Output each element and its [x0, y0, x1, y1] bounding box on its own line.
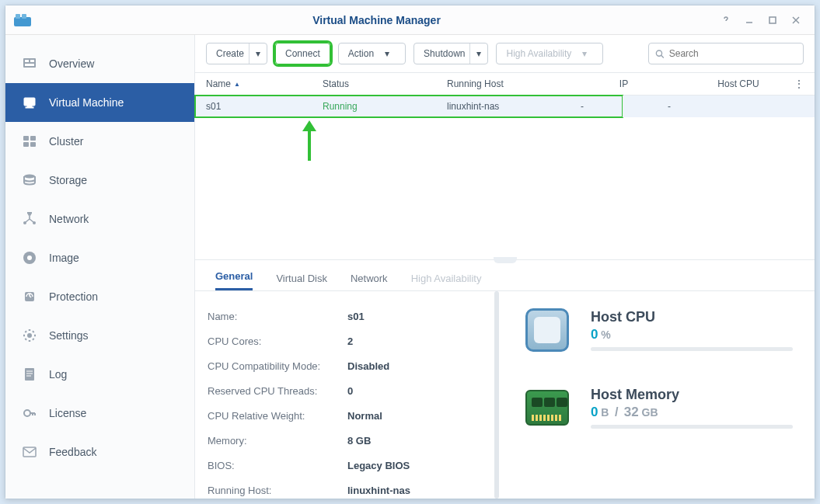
sidebar-item-virtual-machine[interactable]: Virtual Machine — [5, 83, 194, 122]
prop-name-value: s01 — [347, 311, 365, 322]
log-icon — [21, 366, 38, 383]
prop-compat-value: Disabled — [347, 360, 389, 372]
svg-rect-23 — [27, 212, 32, 214]
cell-host: linuxhint-nas — [447, 101, 564, 112]
app-window: Virtual Machine Manager Overview Virtual… — [5, 5, 815, 499]
tab-high-availability[interactable]: High Availability — [411, 273, 482, 290]
sidebar-item-feedback[interactable]: Feedback — [5, 433, 194, 471]
help-button[interactable] — [715, 12, 737, 29]
sidebar-item-label: License — [49, 407, 86, 419]
license-icon — [21, 405, 38, 422]
sidebar-item-network[interactable]: Network — [5, 200, 194, 238]
feedback-icon — [21, 443, 38, 461]
gauge-title: Host CPU — [591, 309, 793, 325]
svg-rect-33 — [23, 447, 36, 457]
shutdown-button[interactable]: Shutdown▾ — [413, 43, 488, 64]
svg-rect-8 — [25, 60, 29, 62]
svg-point-34 — [656, 50, 661, 55]
prop-compat-label: CPU Compatibility Mode: — [208, 360, 347, 372]
panel-resize-handle[interactable] — [494, 257, 517, 263]
prop-bios-label: BIOS: — [208, 460, 347, 471]
svg-rect-15 — [30, 136, 36, 141]
svg-point-25 — [27, 255, 32, 260]
column-ip[interactable]: IP — [564, 78, 684, 89]
sidebar-item-label: Image — [49, 252, 79, 264]
gauge-bar — [591, 425, 793, 429]
prop-bios-value: Legacy BIOS — [347, 460, 410, 471]
svg-rect-17 — [30, 142, 36, 147]
svg-rect-13 — [26, 107, 33, 108]
create-button[interactable]: Create▾ — [206, 43, 267, 64]
connect-button[interactable]: Connect — [275, 43, 330, 64]
prop-name-label: Name: — [208, 311, 347, 322]
scrollbar[interactable] — [494, 291, 499, 499]
svg-rect-9 — [30, 60, 34, 62]
sidebar-item-label: Protection — [49, 290, 98, 303]
cell-name: s01 — [206, 101, 323, 112]
properties-list: Name:s01 CPU Cores:2 CPU Compatibility M… — [195, 291, 494, 499]
svg-point-32 — [24, 410, 30, 416]
sidebar-item-storage[interactable]: Storage — [5, 161, 194, 200]
sidebar-item-settings[interactable]: Settings — [5, 316, 194, 355]
tab-network[interactable]: Network — [351, 273, 388, 290]
host-memory-gauge: Host Memory 0 B / 32 GB — [522, 383, 793, 433]
cluster-icon — [21, 133, 38, 150]
sidebar-item-image[interactable]: Image — [5, 238, 194, 277]
sidebar-item-label: Storage — [49, 174, 87, 186]
svg-rect-7 — [23, 58, 36, 68]
svg-rect-10 — [25, 64, 34, 66]
sidebar-item-label: Virtual Machine — [49, 96, 124, 109]
prop-weight-value: Normal — [347, 410, 382, 422]
tab-virtual-disk[interactable]: Virtual Disk — [276, 273, 327, 290]
sidebar-item-label: Settings — [49, 329, 89, 342]
maximize-button[interactable] — [762, 12, 783, 29]
sidebar-item-cluster[interactable]: Cluster — [5, 122, 194, 161]
sidebar-item-label: Overview — [49, 57, 94, 70]
sidebar-item-label: Log — [49, 368, 67, 381]
network-icon — [21, 210, 38, 228]
search-input[interactable] — [648, 43, 804, 64]
gauge-value: 0 % — [591, 327, 793, 342]
sidebar-item-license[interactable]: License — [5, 394, 194, 433]
window-title: Virtual Machine Manager — [38, 14, 715, 26]
column-name[interactable]: Name▲ — [206, 78, 323, 89]
sidebar-item-overview[interactable]: Overview — [5, 44, 194, 83]
prop-memory-value: 8 GB — [347, 435, 371, 447]
app-icon — [13, 12, 32, 28]
prop-cores-label: CPU Cores: — [208, 335, 347, 347]
column-host-cpu[interactable]: Host CPU — [684, 78, 793, 89]
sidebar: Overview Virtual Machine Cluster Storage… — [5, 35, 195, 499]
toolbar: Create▾ Connect Action▾ Shutdown▾ High A… — [195, 35, 815, 72]
svg-line-35 — [661, 55, 664, 57]
column-status[interactable]: Status — [323, 78, 447, 89]
protection-icon — [21, 288, 38, 305]
prop-weight-label: CPU Relative Weight: — [208, 410, 347, 422]
gauges: Host CPU 0 % Host Memory 0 B / 32 GB — [501, 291, 815, 499]
vm-icon — [21, 94, 38, 111]
minimize-button[interactable] — [738, 12, 760, 29]
high-availability-button[interactable]: High Availability▾ — [496, 43, 603, 64]
sidebar-item-protection[interactable]: Protection — [5, 277, 194, 316]
title-bar: Virtual Machine Manager — [5, 5, 815, 35]
action-button[interactable]: Action▾ — [338, 43, 406, 64]
close-button[interactable] — [785, 12, 807, 29]
sidebar-item-log[interactable]: Log — [5, 355, 194, 394]
column-running-host[interactable]: Running Host — [447, 78, 564, 89]
sort-asc-icon: ▲ — [234, 81, 240, 88]
prop-rhost-value: linuxhint-nas — [347, 485, 410, 496]
svg-rect-16 — [23, 142, 29, 147]
detail-tabs: General Virtual Disk Network High Availa… — [195, 260, 815, 291]
detail-panel: General Virtual Disk Network High Availa… — [195, 259, 815, 499]
svg-point-27 — [27, 333, 32, 338]
memory-icon — [522, 383, 572, 433]
vm-table: Name▲ Status Running Host IP Host CPU ⋮ … — [195, 72, 815, 145]
sidebar-item-label: Cluster — [49, 135, 83, 148]
table-row[interactable]: s01 Running linuxhint-nas - — [195, 96, 623, 117]
prop-memory-label: Memory: — [208, 435, 347, 447]
search-icon — [655, 49, 665, 59]
storage-icon — [21, 172, 38, 189]
cell-ip: - — [564, 101, 601, 112]
gauge-title: Host Memory — [591, 387, 793, 403]
tab-general[interactable]: General — [215, 270, 253, 290]
column-menu[interactable]: ⋮ — [794, 78, 804, 89]
